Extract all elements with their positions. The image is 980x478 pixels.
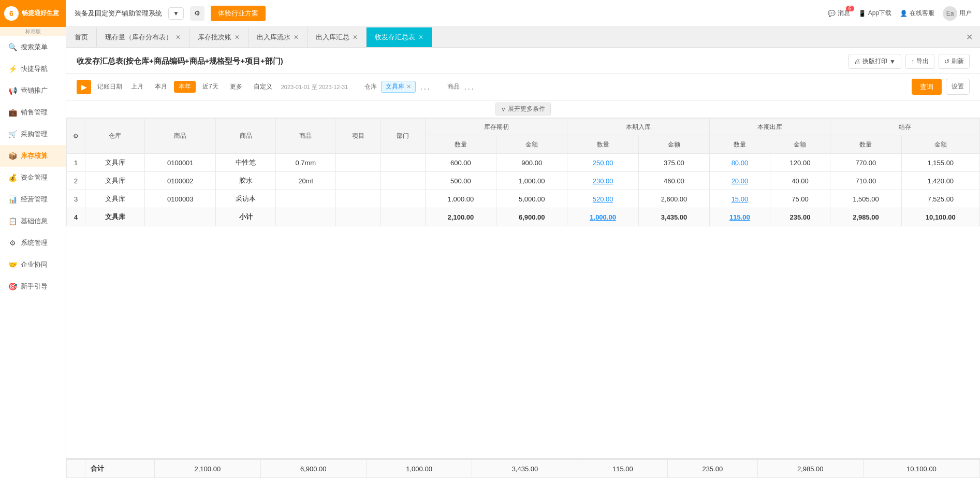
sidebar-subtitle: 标准版: [0, 27, 66, 36]
online-service-button[interactable]: 👤 在线客服: [900, 9, 934, 18]
tab-recv-send-close[interactable]: ✕: [418, 34, 423, 41]
tab-summary-io-close[interactable]: ✕: [353, 34, 358, 41]
cell-in-amt: 3,435.00: [638, 208, 709, 226]
th-goods-code: 商品: [145, 119, 216, 154]
refresh-label: 刷新: [952, 57, 964, 66]
cell-out-qty[interactable]: 15.00: [710, 190, 770, 208]
table-row: 4文具库小计2,100.006,900.001,000.003,435.0011…: [67, 208, 980, 226]
cell-in-qty[interactable]: 1,000.00: [567, 208, 638, 226]
cell-open-amt: 5,000.00: [496, 190, 567, 208]
cell-out-qty[interactable]: 20.00: [710, 172, 770, 190]
th-group-closing: 结存: [830, 119, 980, 136]
tab-batch-label: 库存批次账: [198, 33, 231, 42]
th-project: 项目: [336, 119, 381, 154]
tab-inventory-dist[interactable]: 现存量（库存分布表） ✕: [97, 27, 189, 47]
date-btn-this-year[interactable]: 本年: [174, 81, 196, 93]
print-label: 换版打印: [862, 57, 887, 66]
chevron-down-icon: ▼: [889, 58, 896, 65]
date-btn-last-month[interactable]: 上月: [126, 81, 148, 93]
sidebar-item-purchase[interactable]: 🛒 采购管理: [0, 123, 66, 145]
app-download-label: App下载: [868, 9, 891, 18]
warehouse-filter-section: 仓库 文具库 ✕ ...: [364, 81, 431, 93]
service-icon: 👤: [900, 10, 908, 17]
th-out-amt: 金额: [770, 136, 830, 154]
system-icon: ⚙: [8, 239, 17, 247]
date-btn-more[interactable]: 更多: [225, 81, 247, 93]
sidebar-item-newbie[interactable]: 🎯 新手引导: [0, 276, 66, 297]
sidebar-item-label: 系统管理: [21, 238, 48, 248]
collab-icon: 🤝: [8, 260, 17, 269]
refresh-button[interactable]: ↺ 刷新: [939, 54, 970, 69]
cell-name: 小计: [216, 208, 275, 226]
cell-open-amt: 6,900.00: [496, 208, 567, 226]
sidebar-item-basic[interactable]: 📋 基础信息: [0, 210, 66, 232]
export-label: 导出: [916, 57, 929, 66]
th-closing-qty: 数量: [830, 136, 901, 154]
th-goods-name: 商品: [216, 119, 275, 154]
date-btn-custom[interactable]: 自定义: [249, 81, 277, 93]
print-button[interactable]: 🖨 换版打印 ▼: [849, 54, 901, 69]
export-button[interactable]: ↑ 导出: [905, 54, 934, 69]
sidebar-item-quick[interactable]: ⚡ 快捷导航: [0, 58, 66, 80]
tab-batch[interactable]: 库存批次账 ✕: [189, 27, 248, 47]
date-btn-7days[interactable]: 近7天: [198, 81, 223, 93]
th-in-amt: 金额: [638, 136, 709, 154]
sidebar-item-marketing[interactable]: 📢 营销推广: [0, 80, 66, 102]
app-download-button[interactable]: 📱 App下载: [858, 9, 891, 18]
sidebar-item-system[interactable]: ⚙ 系统管理: [0, 232, 66, 254]
chevron-down-icon: ∨: [501, 106, 506, 113]
sidebar-item-operations[interactable]: 📊 经营管理: [0, 189, 66, 210]
date-filter-label: 记账日期: [97, 82, 122, 91]
mobile-icon: 📱: [858, 10, 866, 17]
sidebar: 6 畅捷通好生意 标准版 🔍 搜索菜单 ⚡ 快捷导航 📢 营销推广 💼 销售管理…: [0, 0, 66, 478]
search-icon: 🔍: [8, 43, 17, 51]
footer-close-qty: 2,985.00: [757, 460, 863, 478]
cell-out-amt: 235.00: [770, 208, 830, 226]
tabs-close-all-button[interactable]: ✕: [959, 27, 980, 47]
th-settings[interactable]: ⚙: [67, 119, 85, 154]
print-icon: 🖨: [854, 58, 860, 65]
tab-flow[interactable]: 出入库流水 ✕: [248, 27, 308, 47]
sidebar-item-sales[interactable]: 💼 销售管理: [0, 102, 66, 123]
tab-flow-close[interactable]: ✕: [294, 34, 299, 41]
trial-button[interactable]: 体验行业方案: [211, 6, 266, 21]
expand-more-label: 展开更多条件: [508, 105, 545, 113]
tab-inventory-dist-close[interactable]: ✕: [175, 34, 181, 41]
warehouse-tag-close[interactable]: ✕: [406, 83, 411, 90]
tab-recv-send[interactable]: 收发存汇总表 ✕: [367, 27, 432, 47]
cell-out-qty[interactable]: 115.00: [710, 208, 770, 226]
cell-out-qty[interactable]: 80.00: [710, 154, 770, 172]
cell-in-qty[interactable]: 250.00: [567, 154, 638, 172]
user-menu[interactable]: Ea 用户: [943, 6, 972, 21]
sidebar-item-finance[interactable]: 💰 资金管理: [0, 167, 66, 189]
query-button[interactable]: 查询: [912, 79, 942, 95]
warehouse-dots[interactable]: ...: [420, 81, 431, 92]
cell-out-amt: 40.00: [770, 172, 830, 190]
system-selector[interactable]: ▼: [168, 7, 184, 20]
tab-batch-close[interactable]: ✕: [235, 34, 240, 41]
operations-icon: 📊: [8, 195, 17, 204]
expand-more-button[interactable]: ∨ 展开更多条件: [495, 103, 551, 115]
sales-icon: 💼: [8, 108, 17, 117]
messages-button[interactable]: 💬 消息 6: [828, 9, 850, 18]
system-title: 装备及固定资产辅助管理系统: [75, 9, 162, 18]
tab-summary-io[interactable]: 出入库汇总 ✕: [308, 27, 367, 47]
filter-toggle-button[interactable]: ▶: [77, 80, 91, 94]
user-label: 用户: [959, 9, 972, 18]
footer-in-qty: 1,000.00: [366, 460, 472, 478]
sidebar-item-search[interactable]: 🔍 搜索菜单: [0, 36, 66, 58]
cell-in-qty[interactable]: 520.00: [567, 190, 638, 208]
warehouse-tag[interactable]: 文具库 ✕: [381, 81, 416, 93]
footer-in-amt: 3,435.00: [472, 460, 578, 478]
goods-dots[interactable]: ...: [464, 81, 475, 92]
cell-name: 采访本: [216, 190, 275, 208]
sidebar-item-inventory[interactable]: 📦 库存核算: [0, 145, 66, 167]
settings-gear-button[interactable]: ⚙: [190, 6, 204, 21]
date-btn-this-month[interactable]: 本月: [150, 81, 172, 93]
tab-home[interactable]: 首页: [66, 27, 97, 47]
cell-in-qty[interactable]: 230.00: [567, 172, 638, 190]
filter-settings-button[interactable]: 设置: [946, 79, 970, 95]
column-settings-icon[interactable]: ⚙: [73, 133, 79, 140]
footer-cell-empty1: [67, 460, 85, 478]
sidebar-item-collab[interactable]: 🤝 企业协同: [0, 254, 66, 276]
